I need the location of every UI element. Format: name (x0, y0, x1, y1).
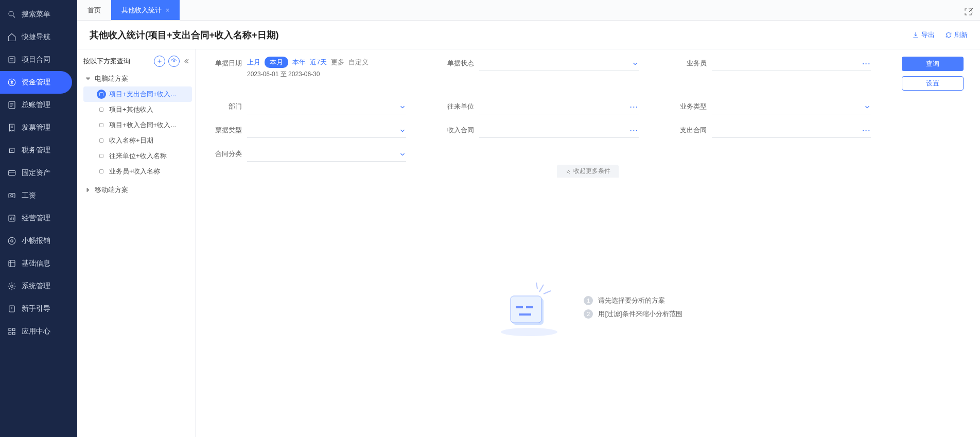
close-icon[interactable]: × (166, 7, 169, 14)
collapse-filters-button[interactable]: 收起更多条件 (557, 165, 619, 178)
svg-rect-25 (511, 296, 541, 323)
sidebar-item-apps[interactable]: 应用中心 (0, 320, 77, 343)
scheme-s2[interactable]: 项目+其他收入 (83, 102, 192, 117)
refresh-button[interactable]: 刷新 (945, 30, 968, 40)
tab-home[interactable]: 首页 (77, 0, 111, 20)
svg-rect-4 (8, 171, 15, 176)
collapse-panel-button[interactable] (183, 58, 192, 65)
svg-rect-19 (100, 124, 103, 127)
scheme-header: 按以下方案查询 (83, 57, 151, 66)
income-contract-picker[interactable]: ··· (479, 124, 638, 138)
filter-salesperson: 业务员 ··· (670, 57, 871, 71)
svg-rect-17 (100, 93, 103, 96)
main: 首页其他收入统计× 其他收入统计(项目+支出合同+收入名称+日期) 导出 刷新 … (77, 0, 980, 437)
sidebar-item-quicknav[interactable]: 快捷导航 (0, 26, 77, 48)
export-button[interactable]: 导出 (912, 30, 935, 40)
filter-contract-cat: 合同分类 (205, 147, 406, 162)
tree-group-mobile[interactable]: 移动端方案 (83, 182, 192, 198)
status-select[interactable] (479, 57, 638, 71)
invoice-icon (7, 123, 16, 132)
cbx-icon (7, 236, 16, 246)
svg-rect-20 (100, 139, 103, 143)
svg-rect-9 (9, 260, 15, 267)
svg-rect-22 (100, 170, 103, 173)
sidebar-item-salary[interactable]: 工资 (0, 184, 77, 207)
sidebar-item-sys[interactable]: 系统管理 (0, 275, 77, 298)
svg-point-0 (9, 11, 13, 16)
scheme-s1[interactable]: 项目+支出合同+收入... (83, 86, 192, 102)
sidebar-item-invoice[interactable]: 发票管理 (0, 116, 77, 139)
sidebar-item-asset[interactable]: 固定资产 (0, 162, 77, 184)
scheme-icon (97, 105, 106, 114)
sidebar-item-project[interactable]: 项目合同 (0, 48, 77, 71)
svg-rect-28 (519, 313, 531, 316)
svg-point-8 (8, 237, 15, 244)
scheme-settings-button[interactable] (168, 56, 180, 67)
sidebar-item-base[interactable]: 基础信息 (0, 252, 77, 275)
project-icon (7, 55, 16, 64)
filter-expense-contract: 支出合同 ··· (670, 124, 871, 138)
scheme-s3[interactable]: 项目+收入合同+收入... (83, 117, 192, 133)
settings-button[interactable]: 设置 (902, 76, 964, 91)
filter-biztype: 业务类型 (670, 100, 871, 114)
svg-rect-1 (9, 57, 15, 63)
scheme-s5[interactable]: 往来单位+收入名称 (83, 148, 192, 164)
tax-icon (7, 146, 16, 155)
salesperson-picker[interactable]: ··· (712, 57, 871, 71)
scheme-s6[interactable]: 业务员+收入名称 (83, 164, 192, 179)
partner-picker[interactable]: ··· (479, 100, 638, 114)
page-title: 其他收入统计(项目+支出合同+收入名称+日期) (90, 29, 902, 41)
search-icon (7, 10, 16, 19)
tree-group-pc[interactable]: 电脑端方案 (83, 71, 192, 86)
date-option[interactable]: 自定义 (348, 58, 369, 67)
quicknav-icon (7, 32, 16, 42)
sidebar-item-guide[interactable]: 新手引导 (0, 298, 77, 320)
svg-rect-15 (13, 333, 15, 335)
svg-rect-5 (9, 194, 15, 198)
empty-illustration-icon (493, 276, 565, 338)
svg-point-10 (11, 285, 13, 288)
scheme-s4[interactable]: 收入名称+日期 (83, 133, 192, 148)
salary-icon (7, 191, 16, 200)
date-option[interactable]: 上月 (247, 58, 260, 67)
scheme-icon (97, 136, 106, 145)
date-option[interactable]: 更多 (331, 58, 344, 67)
sidebar-item-search[interactable]: 搜索菜单 (0, 3, 77, 26)
sidebar-item-tax[interactable]: 税务管理 (0, 139, 77, 162)
ticket-select[interactable] (247, 124, 406, 138)
biztype-select[interactable] (712, 100, 871, 114)
tab-other-income[interactable]: 其他收入统计× (111, 0, 180, 20)
asset-icon (7, 168, 16, 178)
filter-date: 单据日期 上月本月本年近7天更多自定义 2023-06-01 至 2023-06… (205, 57, 406, 79)
base-icon (7, 259, 16, 268)
scheme-icon (97, 90, 106, 99)
scheme-icon (97, 151, 106, 161)
empty-step: 1请先选择要分析的方案 (584, 296, 682, 305)
empty-step: 2用[过滤]条件来缩小分析范围 (584, 309, 682, 319)
date-option[interactable]: 本年 (292, 58, 306, 67)
caret-icon (85, 186, 92, 194)
query-button[interactable]: 查询 (902, 57, 964, 71)
sidebar-item-cbx[interactable]: 小畅报销 (0, 230, 77, 252)
add-scheme-button[interactable] (154, 56, 165, 67)
scheme-icon (97, 167, 106, 176)
ledger-icon (7, 100, 16, 110)
expense-contract-picker[interactable]: ··· (712, 124, 871, 138)
filter-partner: 往来单位 ··· (437, 100, 638, 114)
svg-rect-18 (100, 108, 103, 112)
dept-select[interactable] (247, 100, 406, 114)
svg-point-6 (11, 195, 13, 197)
date-option[interactable]: 近7天 (310, 58, 327, 67)
sidebar-item-fund[interactable]: 资金管理 (0, 71, 72, 94)
svg-rect-13 (13, 328, 15, 331)
sidebar-item-biz[interactable]: 经营管理 (0, 207, 77, 230)
caret-icon (85, 75, 92, 83)
contract-cat-select[interactable] (247, 147, 406, 162)
fullscreen-button[interactable] (964, 7, 973, 18)
svg-point-16 (173, 61, 175, 62)
date-option[interactable]: 本月 (265, 57, 288, 68)
svg-rect-27 (526, 306, 533, 308)
biz-icon (7, 214, 16, 223)
sidebar-item-ledger[interactable]: 总账管理 (0, 94, 77, 116)
sys-icon (7, 282, 16, 291)
